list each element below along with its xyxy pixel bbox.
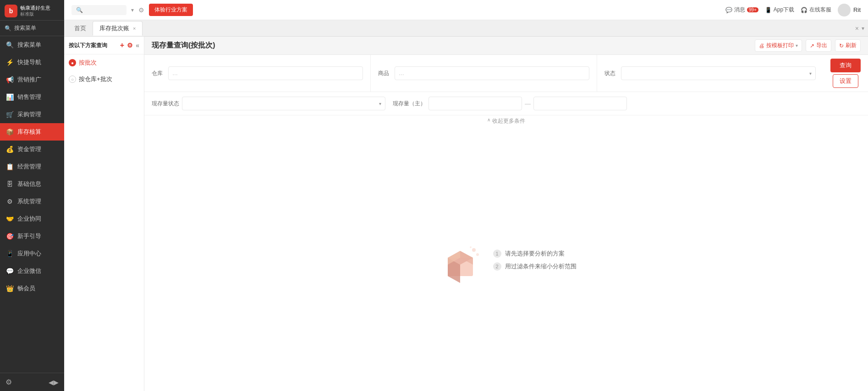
sidebar-item-quick-nav[interactable]: ⚡ 快捷导航 [0, 54, 64, 71]
empty-step-1: 1 请先选择要分析的方案 [493, 250, 577, 258]
messages-action[interactable]: 💬 消息 99+ [725, 6, 758, 14]
print-icon: 🖨 [759, 43, 764, 49]
sidebar-item-basic[interactable]: 🗄 基础信息 [0, 175, 64, 193]
nav-label-wechat: 企业微信 [17, 267, 41, 275]
collapse-panel-icon[interactable]: « [136, 42, 139, 49]
tab-close-page-icon[interactable]: × [855, 25, 859, 32]
nav-label-finance: 资金管理 [17, 145, 41, 153]
sidebar-search[interactable]: 🔍 搜索菜单 [0, 21, 64, 36]
status-select[interactable]: ▾ [621, 66, 816, 80]
product-label: 商品 [378, 70, 392, 77]
tab-home[interactable]: 首页 [68, 22, 93, 35]
sidebar-item-appstore[interactable]: 📱 应用中心 [0, 245, 64, 262]
step-2-text: 用过滤条件来缩小分析范围 [505, 262, 577, 271]
sidebar-item-marketing[interactable]: 📢 营销推广 [0, 71, 64, 88]
sidebar-header: b 畅康通好生意 标准版 [0, 0, 64, 21]
print-btn[interactable]: 🖨 按模板打印 ▾ [755, 39, 802, 52]
scheme-label-batch: 按批次 [79, 59, 97, 67]
qty-min-input[interactable] [429, 97, 522, 110]
nav-icon-system: ⚙ [5, 197, 14, 206]
page-title: 现存量查询(按批次) [152, 41, 215, 50]
tab-inventory-batch[interactable]: 库存批次账 × [93, 21, 143, 36]
export-btn[interactable]: ↗ 导出 [806, 39, 831, 52]
nav-label-quick-nav: 快捷导航 [17, 58, 41, 66]
collapse-label: 收起更多条件 [492, 117, 525, 125]
nav-label-search-menu: 搜索菜单 [17, 41, 41, 49]
nav-label-newbie: 新手引导 [17, 232, 41, 240]
main-area: 🔍 ▾ ⚙ 体验行业方案 💬 消息 99+ 📱 App下载 🎧 在线客服 [64, 0, 868, 391]
refresh-icon: ↻ [839, 43, 844, 49]
nav-label-member: 畅会员 [17, 284, 35, 293]
settings-icon[interactable]: ⚙ [5, 378, 12, 386]
export-icon: ↗ [810, 43, 814, 49]
online-service-action[interactable]: 🎧 在线客服 [801, 6, 831, 14]
nav-icon-appstore: 📱 [5, 250, 14, 258]
scheme-dot-active: ● [69, 59, 76, 66]
sidebar-item-purchase[interactable]: 🛒 采购管理 [0, 106, 64, 123]
avatar [838, 4, 851, 16]
tabs-bar-right: × ▾ [855, 25, 864, 32]
scheme-item-warehouse-batch[interactable]: ○ 按仓库+批次 [64, 71, 144, 87]
scheme-item-batch[interactable]: ● 按批次 [64, 54, 144, 71]
sidebar-footer: ⚙ ◀▶ [0, 373, 64, 391]
filter-row2: 现存量状态 ▾ 现存量（主） — [144, 92, 868, 115]
nav-icon-newbie: 🎯 [5, 232, 14, 240]
sidebar-item-inventory[interactable]: 📦 库存核算 [0, 123, 64, 141]
nav-label-system: 系统管理 [17, 197, 41, 206]
trial-btn[interactable]: 体验行业方案 [149, 4, 193, 16]
dropdown-icon[interactable]: ▾ [131, 7, 134, 13]
sidebar-item-member[interactable]: 👑 畅会员 [0, 280, 64, 297]
tab-inventory-batch-label: 库存批次账 [99, 24, 129, 33]
company-name: 畅康通好生意 [20, 5, 50, 11]
set-button[interactable]: 设置 [833, 74, 858, 88]
topbar-search-input[interactable] [85, 7, 121, 13]
page-title-actions: 🖨 按模板打印 ▾ ↗ 导出 ↻ 刷新 [755, 39, 861, 52]
empty-illustration [436, 237, 482, 283]
collapse-sidebar-icon[interactable]: ◀▶ [49, 379, 59, 386]
query-button[interactable]: 查询 [830, 59, 861, 72]
app-icon: 📱 [765, 7, 772, 13]
svg-point-7 [470, 246, 472, 248]
app-download-action[interactable]: 📱 App下载 [765, 6, 794, 14]
inventory-status-select[interactable]: ▾ [182, 97, 385, 110]
sidebar-item-enterprise[interactable]: 🤝 企业协同 [0, 210, 64, 228]
nav-icon-marketing: 📢 [5, 76, 14, 84]
sidebar-item-search-menu[interactable]: 🔍 搜索菜单 [0, 36, 64, 54]
scheme-label-warehouse-batch: 按仓库+批次 [79, 75, 112, 83]
print-label: 按模板打印 [766, 42, 794, 49]
left-panel-header: 按以下方案查询 + ⚙ « [64, 37, 144, 54]
print-dropdown-icon[interactable]: ▾ [796, 43, 798, 48]
sidebar-item-finance[interactable]: 💰 资金管理 [0, 141, 64, 158]
nav-icon-wechat: 💬 [5, 267, 14, 275]
gear-icon[interactable]: ⚙ [138, 6, 144, 14]
inventory-status-chevron: ▾ [379, 101, 381, 106]
nav-icon-search-menu: 🔍 [5, 41, 14, 49]
inventory-status-label: 现存量状态 [152, 100, 179, 108]
tab-close-icon[interactable]: × [133, 26, 136, 31]
sidebar-item-newbie[interactable]: 🎯 新手引导 [0, 228, 64, 245]
sidebar-item-system[interactable]: ⚙ 系统管理 [0, 193, 64, 210]
status-filter: 状态 ▾ [597, 55, 823, 92]
add-scheme-icon[interactable]: + [120, 41, 124, 49]
warehouse-input[interactable]: … [168, 66, 363, 80]
action-buttons: 查询 设置 [823, 55, 868, 92]
sidebar-item-wechat[interactable]: 💬 企业微信 [0, 262, 64, 280]
product-input[interactable]: … [395, 66, 589, 80]
qty-max-input[interactable] [533, 97, 627, 110]
topbar-search-bar[interactable]: 🔍 [71, 5, 126, 15]
empty-inner: 1 请先选择要分析的方案 2 用过滤条件来缩小分析范围 [436, 237, 577, 283]
topbar: 🔍 ▾ ⚙ 体验行业方案 💬 消息 99+ 📱 App下载 🎧 在线客服 [64, 0, 868, 20]
tab-home-label: 首页 [74, 24, 86, 33]
nav-label-sales: 销售管理 [17, 93, 41, 101]
sidebar-item-operation[interactable]: 📋 经营管理 [0, 158, 64, 175]
sidebar-item-sales[interactable]: 📊 销售管理 [0, 88, 64, 106]
product-filter: 商品 … [371, 55, 597, 92]
collapse-bar[interactable]: ∧ 收起更多条件 [144, 115, 868, 129]
scheme-settings-icon[interactable]: ⚙ [127, 42, 133, 49]
tab-more-icon[interactable]: ▾ [862, 25, 864, 32]
user-area[interactable]: Rit [838, 4, 861, 16]
refresh-btn[interactable]: ↻ 刷新 [835, 39, 861, 52]
tabs-bar: 首页 库存批次账 × × ▾ [64, 20, 868, 37]
svg-point-6 [476, 253, 479, 256]
messages-badge: 99+ [747, 7, 758, 12]
